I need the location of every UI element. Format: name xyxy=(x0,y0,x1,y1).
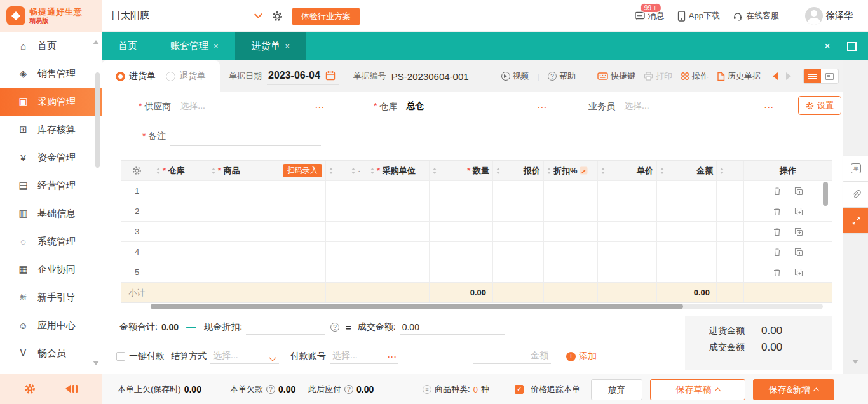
sidebar-item-home[interactable]: ⌂首页 xyxy=(0,32,102,60)
experience-plan-button[interactable]: 体验行业方案 xyxy=(292,8,360,25)
delete-row-icon[interactable] xyxy=(773,248,782,257)
sort-arrows-icon[interactable] xyxy=(329,166,333,176)
sidebar-scrollbar[interactable] xyxy=(95,72,100,168)
table-cell[interactable] xyxy=(544,222,598,241)
save-and-new-button[interactable]: 保存&新增 xyxy=(753,379,834,400)
tab-account-mgmt[interactable]: 账套管理 xyxy=(154,32,235,60)
close-icon[interactable] xyxy=(214,41,219,51)
column-settings-cell[interactable] xyxy=(121,161,153,180)
sort-arrows-icon[interactable] xyxy=(156,166,160,176)
expand-panel-button[interactable] xyxy=(843,208,868,233)
header-hidden-col[interactable]: · xyxy=(348,161,367,180)
table-cell[interactable] xyxy=(544,201,598,221)
table-cell[interactable] xyxy=(717,201,744,221)
table-cell[interactable] xyxy=(493,242,544,262)
header-hidden-col[interactable] xyxy=(326,161,348,180)
more-icon[interactable] xyxy=(538,102,547,112)
tab-purchase-order[interactable]: 进货单 xyxy=(235,32,307,60)
sidebar-collapse-icon[interactable] xyxy=(61,384,78,393)
calendar-icon[interactable] xyxy=(325,71,336,81)
table-cell[interactable] xyxy=(430,242,493,262)
help-button[interactable]: 帮助 xyxy=(548,71,576,82)
table-horizontal-scrollbar-track[interactable] xyxy=(151,304,823,309)
sort-arrows-icon[interactable] xyxy=(496,166,500,176)
table-cell[interactable] xyxy=(430,262,493,282)
table-cell[interactable] xyxy=(493,222,544,241)
date-field[interactable]: 2023-06-04 xyxy=(267,68,339,85)
radio-return-order[interactable]: 退货单 xyxy=(166,71,206,82)
table-cell[interactable] xyxy=(367,242,430,262)
header-unit[interactable]: 采购单位 xyxy=(367,161,430,180)
user-menu[interactable]: 徐泽华 xyxy=(805,7,853,25)
scroll-down-icon[interactable] xyxy=(852,360,858,367)
more-icon[interactable] xyxy=(315,102,325,112)
sidebar-item-purchase[interactable]: ▣采购管理 xyxy=(0,88,102,116)
sidebar-item-funds[interactable]: ¥资金管理 xyxy=(0,144,102,172)
header-quantity[interactable]: 数量 xyxy=(430,161,493,180)
pay-amount-field[interactable]: 金额 xyxy=(473,349,551,364)
video-button[interactable]: 视频 xyxy=(501,71,529,82)
table-cell[interactable] xyxy=(348,181,367,201)
table-cell[interactable] xyxy=(493,262,544,282)
table-cell[interactable] xyxy=(657,181,717,201)
salesman-field[interactable]: 选择... xyxy=(619,98,775,116)
close-all-tabs-icon[interactable] xyxy=(824,40,831,53)
table-cell[interactable] xyxy=(598,201,657,221)
table-cell[interactable] xyxy=(598,262,657,282)
table-cell[interactable] xyxy=(326,242,348,262)
sidebar-item-newbie-guide[interactable]: 新新手引导 xyxy=(0,283,102,311)
fullscreen-icon[interactable] xyxy=(847,42,855,50)
sort-arrows-icon[interactable] xyxy=(212,166,215,176)
sidebar-settings-gear-icon[interactable] xyxy=(24,383,36,394)
question-circle-icon[interactable] xyxy=(344,385,353,394)
table-cell[interactable] xyxy=(208,242,326,262)
header-hidden-col[interactable] xyxy=(717,161,744,180)
add-payment-button[interactable]: 添加 xyxy=(566,351,597,362)
app-download-button[interactable]: App下载 xyxy=(677,10,720,22)
sort-arrows-icon[interactable] xyxy=(351,166,355,176)
sort-arrows-icon[interactable] xyxy=(433,166,437,176)
sidebar-item-collaboration[interactable]: ▦企业协同 xyxy=(0,255,102,283)
sidebar-item-sales[interactable]: ◈销售管理 xyxy=(0,60,102,88)
table-cell[interactable] xyxy=(717,242,744,262)
sidebar-scroll-up-icon[interactable] xyxy=(93,37,99,44)
table-cell[interactable] xyxy=(153,201,208,221)
copy-row-icon[interactable] xyxy=(794,207,803,216)
table-cell[interactable] xyxy=(598,181,657,201)
sort-arrows-icon[interactable] xyxy=(601,166,605,176)
discard-button[interactable]: 放弃 xyxy=(591,379,642,400)
sidebar-item-app-center[interactable]: ☺应用中心 xyxy=(0,311,102,339)
save-draft-button[interactable]: 保存草稿 xyxy=(650,379,745,400)
delete-row-icon[interactable] xyxy=(773,207,782,216)
table-cell[interactable] xyxy=(367,222,430,241)
settings-button[interactable]: 设置 xyxy=(798,96,841,115)
copy-row-icon[interactable] xyxy=(794,187,803,196)
table-cell[interactable] xyxy=(598,222,657,241)
print-button[interactable]: 打印 xyxy=(644,71,672,82)
copy-row-icon[interactable] xyxy=(794,268,803,277)
question-circle-icon[interactable] xyxy=(266,385,275,394)
sort-arrows-icon[interactable] xyxy=(547,166,551,176)
table-cell[interactable] xyxy=(348,201,367,221)
sidebar-scroll-down-icon[interactable] xyxy=(93,361,99,368)
table-vertical-scrollbar[interactable] xyxy=(823,182,828,206)
delete-row-icon[interactable] xyxy=(773,227,782,236)
table-cell[interactable] xyxy=(326,181,348,201)
table-horizontal-scrollbar-thumb[interactable] xyxy=(151,304,683,309)
history-button[interactable]: 历史单据 xyxy=(717,71,761,82)
sidebar-item-member[interactable]: Ⅴ畅会员 xyxy=(0,339,102,367)
scan-entry-button[interactable]: 扫码录入 xyxy=(283,164,322,177)
more-icon[interactable] xyxy=(388,351,397,361)
sidebar-item-operations[interactable]: ▤经营管理 xyxy=(0,172,102,199)
table-cell[interactable] xyxy=(717,181,744,201)
tab-home[interactable]: 首页 xyxy=(102,32,154,60)
cash-discount-field[interactable] xyxy=(246,320,325,335)
sidebar-item-inventory[interactable]: ⊞库存核算 xyxy=(0,116,102,144)
table-cell[interactable] xyxy=(544,242,598,262)
table-cell[interactable] xyxy=(367,262,430,282)
table-cell[interactable] xyxy=(717,262,744,282)
scroll-right-icon[interactable] xyxy=(786,72,795,80)
list-view-button[interactable] xyxy=(804,69,821,83)
table-cell[interactable] xyxy=(326,201,348,221)
table-cell[interactable] xyxy=(348,262,367,282)
